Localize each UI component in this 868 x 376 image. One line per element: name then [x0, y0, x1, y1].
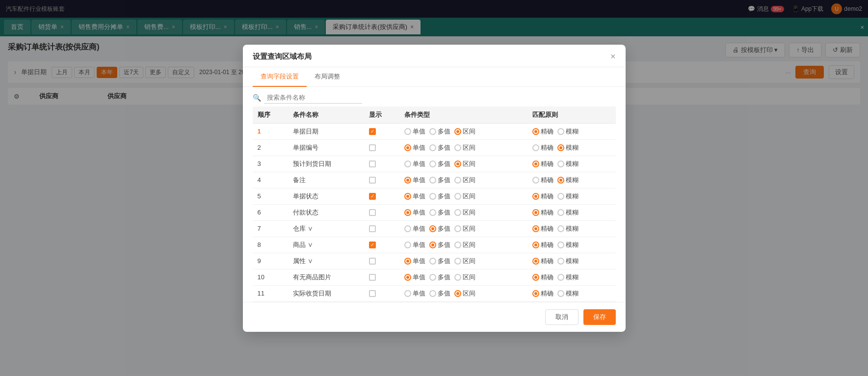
dialog-header: 设置查询区域布局 × — [243, 45, 626, 67]
col-name: 条件名称 — [288, 107, 364, 113]
conditions-table: 顺序 条件名称 显示 条件类型 匹配原则 1单据日期单值多值区间精确模糊2单据编… — [253, 107, 616, 113]
settings-dialog: 设置查询区域布局 × 查询字段设置 布局调整 🔍 顺序 条件名称 显示 条件类型 — [243, 45, 626, 113]
col-display: 显示 — [364, 107, 400, 113]
dialog-table-wrap: 顺序 条件名称 显示 条件类型 匹配原则 1单据日期单值多值区间精确模糊2单据编… — [243, 107, 626, 113]
modal-overlay: 设置查询区域布局 × 查询字段设置 布局调整 🔍 顺序 条件名称 显示 条件类型 — [0, 0, 868, 112]
col-order: 顺序 — [253, 107, 289, 113]
search-icon: 🔍 — [253, 94, 261, 102]
col-type: 条件类型 — [399, 107, 527, 113]
dialog-tab-bar: 查询字段设置 布局调整 — [243, 67, 626, 87]
tab-layout-adjust[interactable]: 布局调整 — [307, 67, 348, 87]
col-match: 匹配原则 — [527, 107, 616, 113]
dialog-title: 设置查询区域布局 — [253, 52, 312, 61]
search-input[interactable] — [264, 92, 362, 104]
dialog-close-button[interactable]: × — [610, 52, 616, 62]
tab-query-fields[interactable]: 查询字段设置 — [253, 67, 307, 87]
dialog-search-area: 🔍 — [243, 87, 626, 107]
